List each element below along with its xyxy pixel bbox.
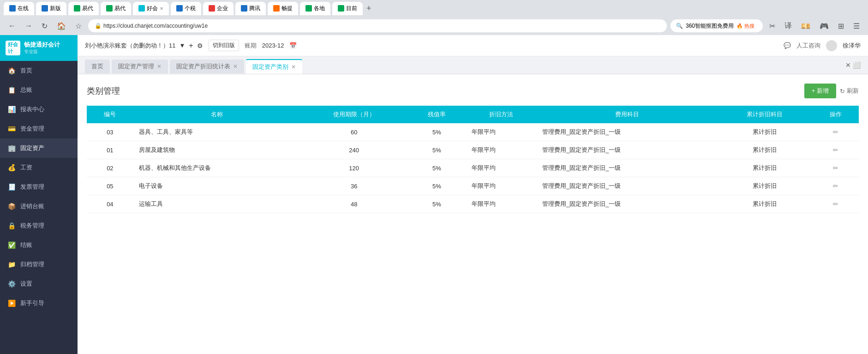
tab-fixed-mgmt-close[interactable]: ✕ (157, 63, 162, 70)
tab-fixed-cat-close[interactable]: ✕ (291, 64, 296, 70)
forward-button[interactable]: → (22, 21, 35, 31)
grid-button[interactable]: ⊞ (835, 21, 847, 31)
row2-period: 120 (300, 159, 407, 177)
settings-icon[interactable]: ⚙ (197, 42, 203, 49)
sidebar-item-guide[interactable]: ▶️ 新手引导 (0, 294, 78, 313)
reload-button[interactable]: ↻ (39, 21, 50, 31)
col-expense: 费用科目 (537, 106, 718, 123)
browser-tab-6[interactable]: 个税 (171, 2, 201, 15)
tab-home-label: 首页 (91, 62, 103, 71)
maximize-tab-button[interactable]: ⬜ (853, 61, 861, 69)
browser-tab-3[interactable]: 易代 (68, 2, 99, 15)
translate-button[interactable]: 译 (782, 20, 795, 32)
user-avatar (826, 40, 837, 51)
guide-icon: ▶️ (7, 299, 16, 307)
row4-action[interactable]: ✏ (812, 195, 859, 213)
tab-fixed-mgmt[interactable]: 固定资产管理 ✕ (112, 60, 168, 73)
funds-icon: 💳 (7, 125, 16, 133)
sidebar-item-fixed-assets[interactable]: 🏢 固定资产 (0, 138, 78, 158)
browser-tab-11[interactable]: 目前 (332, 2, 363, 15)
browser-tab-1[interactable]: 在线 (4, 2, 34, 15)
topbar-right: 💬 人工咨询 徐泽华 (784, 40, 861, 51)
sidebar-label-settings: 设置 (20, 280, 32, 288)
reports-icon: 📊 (7, 105, 16, 114)
sidebar-item-archive[interactable]: 📁 归档管理 (0, 255, 78, 274)
tab-fixed-depr-close[interactable]: ✕ (233, 63, 238, 70)
sidebar-item-funds[interactable]: 💳 资金管理 (0, 119, 78, 138)
tab-label-1: 在线 (18, 5, 29, 12)
row1-period: 240 (300, 141, 407, 159)
sidebar-item-salary[interactable]: 💰 工资 (0, 158, 78, 177)
tab-fixed-cat[interactable]: 固定资产类别 ✕ (246, 59, 302, 74)
address-input[interactable]: 🔒 https://cloud.chanjet.com/accounting/u… (88, 19, 667, 32)
browser-tab-9[interactable]: 畅提 (268, 2, 298, 15)
row2-name: 机器、机械和其他生产设备 (133, 159, 301, 177)
sidebar-item-tax[interactable]: 🔒 税务管理 (0, 216, 78, 235)
dropdown-icon[interactable]: ▼ (179, 42, 185, 49)
tab-label-4: 易代 (114, 5, 126, 12)
home-button[interactable]: 🏠 (54, 21, 69, 31)
settings-icon: ⚙️ (7, 280, 16, 288)
row3-action[interactable]: ✏ (812, 177, 859, 195)
wallet-button[interactable]: 💴 (798, 21, 813, 31)
switch-version-button[interactable]: 切到旧版 (209, 40, 239, 51)
period-value: 2023-12 (262, 42, 284, 49)
browser-tab-8[interactable]: 腾讯 (235, 2, 266, 15)
browser-tab-close-5[interactable]: ✕ (160, 6, 163, 11)
search-box[interactable]: 🔍 360智能抠图免费用 🔥 热搜 (670, 19, 763, 32)
add-company-icon[interactable]: + (189, 42, 193, 50)
edit-icon-1[interactable]: ✏ (833, 146, 838, 154)
row1-code[interactable]: 01 (87, 141, 133, 159)
tab-fixed-depr[interactable]: 固定资产折旧统计表 ✕ (170, 60, 244, 73)
refresh-button[interactable]: ↻ 刷新 (840, 87, 859, 95)
company-name: 刘小艳演示账套（勿删勿动！）11 (85, 42, 175, 50)
sidebar-item-ledger[interactable]: 📋 总账 (0, 80, 78, 100)
browser-tab-10[interactable]: 各地 (300, 2, 330, 15)
logo-icon: 好会计 (6, 41, 20, 55)
company-info: 刘小艳演示账套（勿删勿动！）11 ▼ + ⚙ (85, 42, 203, 50)
browser-tab-bar: 在线 新版 易代 易代 好会 ✕ 个税 企业 腾讯 畅提 各地 目前 + (0, 0, 868, 17)
table-row: 01 房屋及建筑物 240 5% 年限平均 管理费用_固定资产折旧_一级 累计折… (87, 141, 859, 159)
row2-code[interactable]: 02 (87, 159, 133, 177)
tab-icon-10 (305, 5, 312, 12)
invoice-icon: 🧾 (7, 183, 16, 191)
tab-home[interactable]: 首页 (85, 60, 110, 73)
sidebar-item-checkout[interactable]: ✅ 结账 (0, 235, 78, 255)
row4-code[interactable]: 04 (87, 195, 133, 213)
add-button[interactable]: + 新增 (804, 84, 836, 98)
row1-action[interactable]: ✏ (812, 141, 859, 159)
edit-icon-3[interactable]: ✏ (833, 182, 838, 190)
page-title: 类别管理 (87, 85, 120, 96)
row3-residual: 5% (407, 177, 466, 195)
sidebar-item-home[interactable]: 🏠 首页 (0, 61, 78, 80)
support-text[interactable]: 人工咨询 (796, 42, 820, 50)
browser-tab-4[interactable]: 易代 (101, 2, 131, 15)
browser-tab-5[interactable]: 好会 ✕ (133, 2, 169, 15)
row2-action[interactable]: ✏ (812, 159, 859, 177)
sidebar-label-tax: 税务管理 (20, 222, 44, 230)
tab-icon-5 (138, 5, 145, 12)
browser-tab-7[interactable]: 企业 (203, 2, 233, 15)
cut-button[interactable]: ✂ (766, 21, 778, 31)
sidebar-label-ledger: 总账 (20, 86, 32, 94)
back-button[interactable]: ← (6, 21, 18, 31)
new-tab-button[interactable]: + (365, 4, 373, 13)
sidebar-item-reports[interactable]: 📊 报表中心 (0, 100, 78, 119)
edit-icon-2[interactable]: ✏ (833, 164, 838, 172)
search-text: 360智能抠图免费用 (686, 22, 734, 30)
tab-icon-8 (241, 5, 247, 12)
menu-button[interactable]: ☰ (850, 21, 862, 31)
game-button[interactable]: 🎮 (817, 21, 832, 31)
edit-icon-4[interactable]: ✏ (833, 200, 838, 208)
browser-tab-2[interactable]: 新版 (36, 2, 66, 15)
calendar-icon[interactable]: 📅 (289, 42, 297, 49)
sidebar-item-purchase-sale[interactable]: 📦 进销台账 (0, 197, 78, 216)
close-tab-button[interactable]: ✕ (845, 61, 851, 69)
edit-icon-0[interactable]: ✏ (833, 128, 838, 136)
row0-action[interactable]: ✏ (812, 123, 859, 141)
bookmark-button[interactable]: ☆ (72, 21, 84, 31)
row3-code[interactable]: 05 (87, 177, 133, 195)
sidebar-item-invoice[interactable]: 🧾 发票管理 (0, 177, 78, 197)
sidebar-item-settings[interactable]: ⚙️ 设置 (0, 274, 78, 294)
refresh-icon: ↻ (840, 88, 845, 95)
